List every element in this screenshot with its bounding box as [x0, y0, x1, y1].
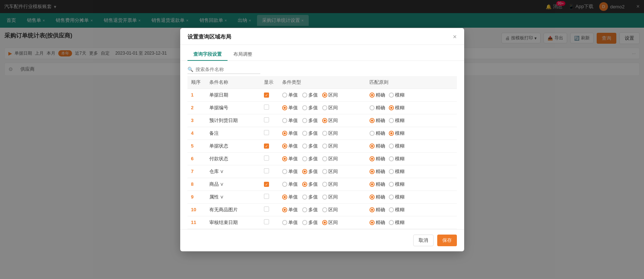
match-radio-match_fuzzy[interactable]: 模糊	[389, 168, 404, 175]
type-radio-type_single[interactable]: 单值	[282, 105, 298, 111]
display-checkbox[interactable]	[264, 117, 269, 122]
type-radio-type_single[interactable]: 单值	[282, 92, 298, 98]
type-radio-type_range[interactable]: 区间	[322, 194, 338, 200]
match-radio-match_exact[interactable]: 精确	[370, 156, 385, 162]
match-radio-match_fuzzy[interactable]: 模糊	[389, 143, 404, 149]
type-radio-type_multi[interactable]: 多值	[302, 117, 318, 124]
type-radio-type_single[interactable]: 单值	[282, 207, 298, 213]
cell-display[interactable]	[260, 190, 278, 203]
type-radio-type_range[interactable]: 区间	[322, 130, 338, 137]
type-radio-type_multi[interactable]: 多值	[302, 207, 318, 213]
match-radio-match_exact[interactable]: 精确	[370, 181, 385, 188]
display-checkbox[interactable]: ✓	[264, 182, 269, 187]
match-radio-match_exact[interactable]: 精确	[370, 194, 385, 200]
radio-dot	[282, 207, 287, 212]
search-box[interactable]: 🔍	[187, 65, 260, 74]
radio-dot	[389, 194, 394, 200]
type-radio-type_multi[interactable]: 多值	[302, 105, 318, 111]
cell-match: 精确模糊	[366, 140, 457, 152]
radio-dot	[302, 169, 307, 174]
modal-tab-fields[interactable]: 查询字段设置	[187, 48, 228, 61]
type-radio-type_range[interactable]: 区间	[322, 219, 338, 226]
radio-dot	[282, 169, 287, 174]
type-radio-type_multi[interactable]: 多值	[302, 181, 318, 188]
match-radio-match_exact[interactable]: 精确	[370, 105, 385, 111]
cell-display[interactable]	[260, 152, 278, 165]
search-icon: 🔍	[187, 67, 193, 72]
match-radio-match_exact[interactable]: 精确	[370, 168, 385, 175]
modal-header: 设置查询区域布局 ×	[180, 28, 464, 45]
match-radio-match_fuzzy[interactable]: 模糊	[389, 207, 404, 213]
match-radio-match_fuzzy[interactable]: 模糊	[389, 92, 404, 98]
cell-display[interactable]: ✓	[260, 140, 278, 152]
display-checkbox[interactable]	[264, 194, 269, 199]
display-checkbox[interactable]	[264, 168, 269, 173]
cell-display[interactable]	[260, 114, 278, 127]
type-radio-type_range[interactable]: 区间	[322, 117, 338, 124]
type-radio-type_multi[interactable]: 多值	[302, 194, 318, 200]
type-radio-type_range[interactable]: 区间	[322, 143, 338, 149]
modal-close-button[interactable]: ×	[453, 33, 457, 41]
table-row: 6付款状态单值多值区间精确模糊	[187, 152, 457, 165]
cell-order: 3	[187, 114, 206, 127]
type-radio-type_range[interactable]: 区间	[322, 207, 338, 213]
type-radio-type_single[interactable]: 单值	[282, 117, 298, 124]
type-radio-type_single[interactable]: 单值	[282, 156, 298, 162]
type-radio-type_single[interactable]: 单值	[282, 168, 298, 175]
match-radio-match_fuzzy[interactable]: 模糊	[389, 181, 404, 188]
type-radio-type_range[interactable]: 区间	[322, 181, 338, 188]
match-radio-match_fuzzy[interactable]: 模糊	[389, 105, 404, 111]
type-radio-type_single[interactable]: 单值	[282, 219, 298, 226]
match-radio-match_fuzzy[interactable]: 模糊	[389, 194, 404, 200]
display-checkbox[interactable]: ✓	[264, 144, 269, 149]
display-checkbox[interactable]	[264, 219, 269, 224]
display-checkbox[interactable]	[264, 130, 269, 135]
type-radio-type_single[interactable]: 单值	[282, 130, 298, 137]
type-radio-type_single[interactable]: 单值	[282, 194, 298, 200]
type-radio-type_range[interactable]: 区间	[322, 105, 338, 111]
match-radio-match_fuzzy[interactable]: 模糊	[389, 117, 404, 124]
type-radio-type_range[interactable]: 区间	[322, 168, 338, 175]
match-radio-match_exact[interactable]: 精确	[370, 130, 385, 137]
type-radio-type_single[interactable]: 单值	[282, 143, 298, 149]
type-radio-type_multi[interactable]: 多值	[302, 130, 318, 137]
modal-tab-layout[interactable]: 布局调整	[228, 48, 258, 61]
match-radio-match_exact[interactable]: 精确	[370, 143, 385, 149]
search-input[interactable]	[195, 67, 254, 72]
cell-display[interactable]	[260, 127, 278, 140]
match-radio-match_exact[interactable]: 精确	[370, 92, 385, 98]
match-radio-match_exact[interactable]: 精确	[370, 219, 385, 226]
cell-name: 预计到货日期	[206, 114, 260, 127]
cell-display[interactable]	[260, 203, 278, 216]
radio-dot	[282, 220, 287, 225]
cell-display[interactable]	[260, 216, 278, 229]
type-radio-type_multi[interactable]: 多值	[302, 143, 318, 149]
type-radio-type_multi[interactable]: 多值	[302, 92, 318, 98]
display-checkbox[interactable]: ✓	[264, 93, 269, 98]
match-radio-match_exact[interactable]: 精确	[370, 117, 385, 124]
cell-display[interactable]	[260, 165, 278, 178]
type-radio-type_multi[interactable]: 多值	[302, 168, 318, 175]
cell-display[interactable]	[260, 101, 278, 114]
cell-name: 仓库 ∨	[206, 165, 260, 178]
cell-display[interactable]: ✓	[260, 178, 278, 190]
type-radio-type_single[interactable]: 单值	[282, 181, 298, 188]
cell-match: 精确模糊	[366, 152, 457, 165]
type-radio-type_range[interactable]: 区间	[322, 92, 338, 98]
save-button[interactable]: 保存	[437, 235, 457, 246]
match-radio-match_fuzzy[interactable]: 模糊	[389, 156, 404, 162]
cell-display[interactable]: ✓	[260, 89, 278, 101]
cell-name: 审核结束日期	[206, 216, 260, 229]
cell-type: 单值多值区间	[278, 178, 366, 190]
match-radio-match_exact[interactable]: 精确	[370, 207, 385, 213]
display-checkbox[interactable]	[264, 156, 269, 161]
cancel-button[interactable]: 取消	[413, 235, 434, 246]
match-radio-match_fuzzy[interactable]: 模糊	[389, 130, 404, 137]
display-checkbox[interactable]	[264, 207, 269, 212]
display-checkbox[interactable]	[264, 105, 269, 110]
type-radio-type_multi[interactable]: 多值	[302, 156, 318, 162]
cell-order: 11	[187, 216, 206, 229]
type-radio-type_multi[interactable]: 多值	[302, 219, 318, 226]
match-radio-match_fuzzy[interactable]: 模糊	[389, 219, 404, 226]
type-radio-type_range[interactable]: 区间	[322, 156, 338, 162]
